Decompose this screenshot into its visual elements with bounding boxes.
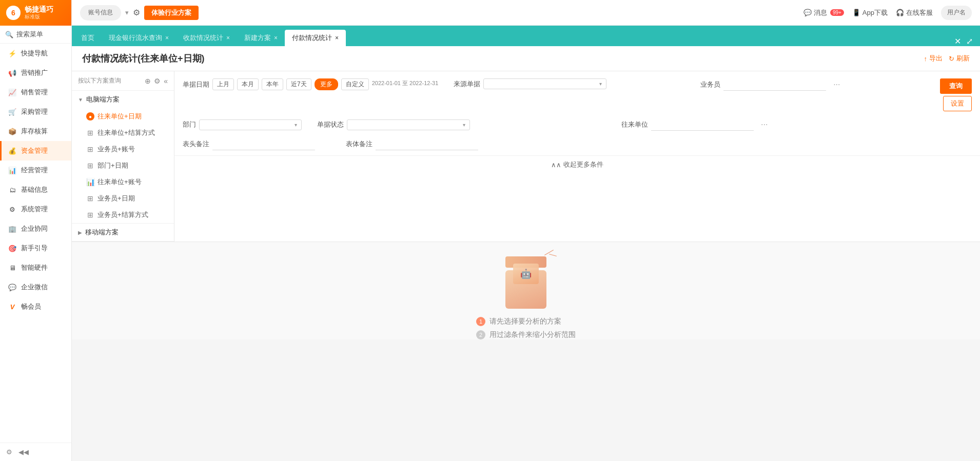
sales-icon: 📈: [8, 88, 17, 97]
staff-dots-icon[interactable]: ···: [833, 80, 840, 89]
export-button[interactable]: ↑ 导出: [924, 54, 943, 63]
inventory-icon: 📦: [8, 127, 17, 136]
scheme-item-label: 业务员+账号: [97, 145, 135, 154]
sidebar-item-label: 智能硬件: [21, 263, 48, 272]
source-label: 来源单据: [454, 79, 480, 89]
date-btn-custom[interactable]: 自定义: [341, 78, 369, 90]
filter-row-2: 部门 ▾ 单据状态 ▾: [183, 118, 972, 131]
date-btn-this-month[interactable]: 本月: [237, 78, 259, 90]
tab-label: 新建方案: [244, 33, 271, 43]
collapse-icon[interactable]: ◀◀: [18, 448, 29, 456]
tab-receipt-stats[interactable]: 收款情况统计 ×: [176, 30, 237, 46]
tab-maximize-icon[interactable]: ⤢: [966, 36, 973, 46]
filter-unit-group: 往来单位 ···: [621, 118, 910, 131]
tab-home[interactable]: 首页: [74, 30, 102, 46]
scheme-group-desktop-header[interactable]: ▼ 电脑端方案: [72, 91, 174, 108]
sidebar-item-marketing[interactable]: 📢 营销推广: [0, 63, 71, 83]
tab-bar: 首页 现金银行流水查询 × 收款情况统计 × 新建方案 × 付款情况统计 × ✕…: [72, 26, 980, 46]
sidebar-item-hardware[interactable]: 🖥 智能硬件: [0, 258, 71, 277]
header-note-input[interactable]: [212, 138, 315, 150]
vip-icon: V: [8, 302, 17, 311]
trial-button[interactable]: 体验行业方案: [144, 6, 199, 20]
tab-cash-flow[interactable]: 现金银行流水查询 ×: [102, 30, 176, 46]
scheme-table-icon: ⊞: [86, 145, 94, 153]
scheme-collapse-icon[interactable]: «: [164, 77, 168, 85]
tab-close-icon[interactable]: ×: [335, 34, 339, 42]
body-note-input[interactable]: [376, 138, 478, 150]
sidebar-item-basic[interactable]: 🗂 基础信息: [0, 180, 71, 199]
app-download-btn[interactable]: 📱 App下载: [852, 8, 888, 17]
action-col: 查询 设置: [940, 78, 972, 111]
sidebar-item-sales[interactable]: 📈 销售管理: [0, 83, 71, 102]
search-menu[interactable]: 🔍 搜索菜单: [0, 26, 71, 44]
scheme-settings-icon[interactable]: ⚙: [154, 77, 161, 85]
settings-icon[interactable]: ⚙: [6, 448, 12, 456]
sidebar-item-company[interactable]: 🏢 企业协同: [0, 219, 71, 238]
notifications-btn[interactable]: 💬 消息 99+: [803, 8, 844, 17]
collapse-btn[interactable]: ∧∧ 收起更多条件: [174, 155, 980, 173]
date-btn-this-year[interactable]: 本年: [262, 78, 283, 90]
date-btn-7days[interactable]: 近7天: [286, 78, 311, 90]
logo-text: 畅捷通巧 标准版: [25, 5, 53, 21]
sidebar-item-inventory[interactable]: 📦 库存核算: [0, 122, 71, 141]
tab-close-icon[interactable]: ×: [226, 34, 230, 42]
unit-dots-icon[interactable]: ···: [761, 120, 768, 129]
scheme-item-staff-account[interactable]: ⊞ 业务员+账号: [72, 141, 174, 157]
unit-input[interactable]: [651, 118, 754, 131]
sidebar-item-quick-nav[interactable]: ⚡ 快捷导航: [0, 44, 71, 63]
sidebar-item-operation[interactable]: 📊 经营管理: [0, 161, 71, 180]
scheme-item-staff-settlement[interactable]: ⊞ 业务员+结算方式: [72, 207, 174, 223]
scheme-item-unit-account[interactable]: 📊 往来单位+账号: [72, 174, 174, 190]
date-btn-last-month[interactable]: 上月: [212, 78, 234, 90]
refresh-button[interactable]: ↻ 刷新: [949, 54, 970, 63]
topbar-gear-icon[interactable]: ⚙: [133, 8, 140, 17]
tabs-controls: ✕ ⤢: [949, 36, 978, 46]
empty-state-area: 🤖 1 请先选择要分析的方案 2 用过滤条件来缩小分析范围: [72, 242, 980, 339]
notifications-badge: 99+: [830, 9, 844, 16]
filter-voucher-group: 单据状态 ▾: [317, 119, 606, 130]
topbar-chevron-icon[interactable]: ▾: [125, 9, 129, 16]
source-chevron-icon: ▾: [599, 81, 602, 87]
dept-select[interactable]: ▾: [199, 119, 302, 130]
sidebar-item-vip[interactable]: V 畅会员: [0, 297, 71, 316]
sidebar-item-wechat[interactable]: 💬 企业微信: [0, 277, 71, 297]
tab-new-scheme[interactable]: 新建方案 ×: [237, 30, 285, 46]
scheme-item-staff-date[interactable]: ⊞ 业务员+日期: [72, 190, 174, 207]
tab-close-icon[interactable]: ×: [165, 34, 169, 42]
online-service-btn[interactable]: 🎧 在线客服: [896, 8, 933, 17]
tab-close-icon[interactable]: ×: [274, 34, 278, 42]
group-label: 电脑端方案: [86, 95, 120, 104]
scheme-item-dept-date[interactable]: ⊞ 部门+日期: [72, 157, 174, 174]
topbar-user[interactable]: 用户名: [941, 6, 972, 20]
date-btn-more[interactable]: 更多: [315, 78, 338, 90]
empty-tips: 1 请先选择要分析的方案 2 用过滤条件来缩小分析范围: [476, 317, 576, 339]
tab-label: 首页: [81, 33, 94, 43]
marketing-icon: 📢: [8, 68, 17, 77]
scheme-sidebar: 按以下方案查询 ⊕ ⚙ « ▼ 电脑端方案 ● 往来单位+日期: [72, 71, 174, 242]
scheme-table-icon: ⊞: [86, 162, 94, 170]
empty-tip-1: 1 请先选择要分析的方案: [476, 317, 576, 326]
scheme-item-unit-settlement[interactable]: ⊞ 往来单位+结算方式: [72, 125, 174, 141]
settings-button[interactable]: 设置: [943, 96, 972, 111]
tab-close-all-icon[interactable]: ✕: [954, 36, 961, 46]
staff-label: 业务员: [700, 80, 720, 89]
sidebar-item-fund[interactable]: 💰 资金管理: [0, 141, 71, 161]
topbar: 账号信息 ▾ ⚙ 体验行业方案 💬 消息 99+ 📱 App下载 🎧 在线客服 …: [72, 0, 980, 26]
tab-payment-stats[interactable]: 付款情况统计 ×: [285, 30, 346, 46]
query-button[interactable]: 查询: [940, 78, 972, 94]
sidebar-item-guide[interactable]: 🎯 新手引导: [0, 238, 71, 258]
wechat-icon: 💬: [8, 283, 17, 292]
voucher-status-select[interactable]: ▾: [347, 119, 470, 130]
scheme-item-unit-date[interactable]: ● 往来单位+日期: [72, 108, 174, 125]
staff-input[interactable]: [723, 78, 826, 91]
operation-icon: 📊: [8, 166, 17, 175]
scheme-group-desktop: ▼ 电脑端方案 ● 往来单位+日期 ⊞ 往来单位+结算方式 ⊞ 业务员+账号: [72, 91, 174, 224]
source-select[interactable]: ▾: [483, 78, 606, 89]
filter-panel: 单据日期 上月 本月 本年 近7天 更多 自定义 2022-01-01 至 20…: [174, 71, 980, 242]
empty-state: 🤖 1 请先选择要分析的方案 2 用过滤条件来缩小分析范围: [476, 252, 576, 339]
sidebar-item-system[interactable]: ⚙ 系统管理: [0, 199, 71, 219]
scheme-group-mobile-header[interactable]: ▶ 移动端方案: [72, 224, 174, 241]
sidebar-item-purchase[interactable]: 🛒 采购管理: [0, 102, 71, 122]
add-scheme-icon[interactable]: ⊕: [145, 77, 151, 85]
topbar-profile[interactable]: 账号信息: [80, 5, 121, 21]
